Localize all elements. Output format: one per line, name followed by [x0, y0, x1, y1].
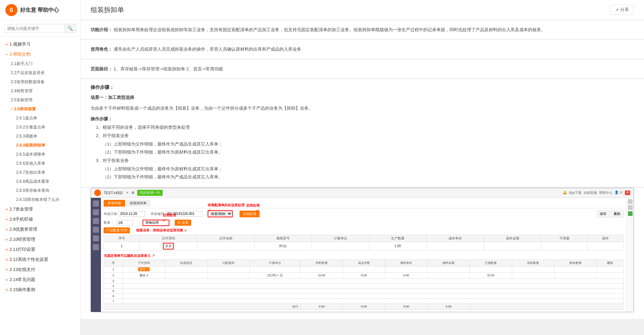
mock-body: 新增单据 组装拆卸单 单据日期 单据编号: [91, 198, 634, 312]
mock-save-btn[interactable]: 保存: [597, 210, 609, 218]
step2-2: （2）下部明细为子件明细，最终作为原材料生成其它出库单。: [103, 148, 634, 157]
role-block: 使用角色： 通常由生产人员或库管人员完成拆装业务的操作，库管人员确认原材料的出库…: [80, 40, 644, 59]
cell-code-inner: 关关: [163, 243, 174, 249]
mock-sub-table: 序 子件货码 组成情况 分配规则 计量单位 用料数量 成品件数 领料单价 领料金: [104, 260, 624, 310]
content-area: 功能介绍： 组装拆卸单用来处理企业组装或拆卸等加工业务，支持有固定装配清单的产品…: [80, 20, 644, 335]
mock-user-icon: 👤 cc: [614, 190, 623, 195]
expand-icon-1: +: [5, 42, 8, 47]
sidebar-item-2-6-3[interactable]: 2.6.3调拨单: [0, 132, 80, 141]
sidebar-item-2-11[interactable]: + 2.11打印设置: [0, 244, 80, 255]
sidebar: 6 好生意 帮助中心 🔍 + 1.视频学习 − 2.帮助文档 2.1新手入门 2…: [0, 0, 80, 335]
mock-date-label: 单据日期: [104, 212, 117, 216]
sidebar-item-1[interactable]: + 1.视频学习: [0, 39, 80, 49]
mock-upper-table: 序号 父件货码 父件名称 规格型号 计量单位 生产数量 成本单价 成本金额 可用: [104, 235, 624, 250]
sidebar-item-2-6-10[interactable]: 2.6.10库存账本错了么办: [0, 195, 80, 204]
mock-sub-th-12: 剩余数量: [554, 260, 597, 266]
mock-logo: [94, 189, 101, 196]
mock-annotation-2-arrow: ↙: [184, 228, 187, 232]
mock-type-select[interactable]: 组装/拆卸: [208, 210, 233, 217]
sub-cell-1-9: [427, 266, 470, 272]
mock-company: TEST-H002: [104, 191, 123, 195]
sidebar-item-2-6-8[interactable]: 2.6.8商品成本重算: [0, 177, 80, 186]
screenshot-block: TEST-H002 ▼ ⚙ 同步新增一天 🔔 App下载 在线客服 帮助中心 👤…: [80, 188, 644, 319]
mock-dropdown-arrow: ▼: [125, 191, 129, 194]
sidebar-item-2-15[interactable]: + 2.15操作案例: [0, 285, 80, 295]
mock-tab-row: 新增单据 组装拆卸单: [104, 200, 624, 208]
mock-close-icon: ✕: [625, 190, 630, 195]
sidebar-item-2-3[interactable]: 2.3使用前数据准备: [0, 77, 80, 87]
intro-block: 功能介绍： 组装拆卸单用来处理企业组装或拆卸等加工业务，支持有固定装配清单的产品…: [80, 20, 644, 39]
sidebar-item-2-10[interactable]: + 2.10经营管理: [0, 234, 80, 244]
cell-name: [197, 242, 254, 250]
sidebar-item-2-6-5[interactable]: 2.6.5成本调整单: [0, 150, 80, 159]
mock-nav-icon-1: [93, 201, 99, 207]
sub-cell-1-1: 1: [104, 266, 123, 272]
expand-icon-2-15: +: [5, 287, 8, 292]
footer-v3: 0.00: [385, 303, 427, 310]
mock-goods-input[interactable]: [143, 220, 169, 226]
r3-rest: [123, 278, 623, 283]
footer-v1: 0.00: [301, 303, 343, 310]
role-text: 使用角色： 通常由生产人员或库管人员完成拆装业务的操作，库管人员确认原材料的出库…: [91, 45, 634, 53]
ops-steps-sub-title: 操作步骤：: [91, 115, 634, 123]
sidebar-item-2-6[interactable]: − 2.6库存核算: [0, 105, 80, 114]
expand-icon-2-9: +: [5, 227, 8, 232]
cell-unit-cost: [426, 242, 484, 250]
sub-cell-2-6: 10.00: [301, 272, 343, 278]
mock-no-input[interactable]: [165, 211, 202, 217]
mock-delete-btn[interactable]: 删除: [611, 210, 624, 218]
role-body: 通常由生产人员或库管人员完成拆装业务的操作，库管人员确认原材料的出库和产成品的入…: [114, 47, 301, 52]
search-button[interactable]: 🔍: [65, 24, 76, 33]
sidebar-item-2[interactable]: − 2.帮助文档: [0, 49, 80, 59]
mock-date-input[interactable]: [118, 211, 145, 217]
sidebar-item-2-13[interactable]: + 2.13在线支付: [0, 265, 80, 275]
mock-handle-button[interactable]: 启用处理: [239, 211, 260, 217]
footer-label: 合计: [104, 303, 301, 310]
mock-icon-bar: 🔔 App下载 在线客服 帮助中心 👤 cc ✕: [563, 190, 630, 195]
sidebar-item-2-6-1[interactable]: 2.6.1盘点单: [0, 114, 80, 123]
sidebar-item-2-5[interactable]: 2.5采购管理: [0, 96, 80, 105]
sidebar-item-2-7[interactable]: + 2.7资金管理: [0, 204, 80, 214]
sidebar-item-2-6-9[interactable]: 2.6.9库存账本查询: [0, 186, 80, 195]
sub-cell-1-8: [385, 266, 427, 272]
step3-2: （2）下部明细为子件明细，最终作为产成品生成其它入库单。: [103, 173, 634, 181]
search-bar: 🔍: [0, 20, 80, 37]
r5-1: 5: [104, 288, 123, 293]
sidebar-item-2-2[interactable]: 2.2产品安装及登录: [0, 68, 80, 77]
sidebar-item-2-6-7[interactable]: 2.6.7其他出库单: [0, 168, 80, 177]
sidebar-item-2-13-label: 2.13在线支付: [9, 267, 35, 273]
mock-sub-table-footer-row: 合计 0.00 0.00 0.00 0.00: [104, 303, 624, 310]
mock-sub-th-8: 领料单价: [385, 260, 427, 266]
app-title: 好生意 帮助中心: [20, 7, 59, 14]
sidebar-item-2-6-4[interactable]: 2.6.4组装拆卸单: [0, 141, 80, 150]
step1: 1、根据不同的业务，选择不同单据的类型来处理: [96, 123, 634, 132]
mock-tab-new[interactable]: 新增单据: [104, 200, 125, 207]
sidebar-item-2-1[interactable]: 2.1新手入门: [0, 59, 80, 68]
sidebar-item-2-8[interactable]: + 2.8手机旺铺: [0, 214, 80, 224]
search-input[interactable]: [4, 24, 65, 33]
sidebar-item-2-12[interactable]: + 2.12系统个性化设置: [0, 255, 80, 265]
mock-th-10: 操作: [588, 235, 624, 242]
sidebar-item-2-9[interactable]: + 2.9优惠券管理: [0, 224, 80, 234]
sidebar-item-2-14[interactable]: + 2.14常见问题: [0, 275, 80, 285]
share-button[interactable]: ↗ 分享: [610, 5, 634, 15]
mock-th-1: 序号: [104, 235, 140, 242]
mock-apply-btn[interactable]: 关 发要: [175, 220, 191, 226]
mock-qty-input[interactable]: [116, 220, 133, 226]
sidebar-item-2-6-2[interactable]: 2.6.2分量盘点单: [0, 123, 80, 132]
sidebar-item-2-12-label: 2.12系统个性化设置: [9, 257, 48, 263]
sub-cell-1-3: [165, 266, 207, 272]
mock-right-icon-3: [628, 211, 633, 216]
table-row: 6: [104, 293, 624, 298]
table-row: 2 微信 2 (元/件) × 元 10.00 0.00 0.00: [104, 272, 624, 278]
r6-rest: [123, 293, 623, 298]
r5-rest: [123, 288, 623, 293]
role-label: 使用角色：: [91, 47, 112, 52]
mock-ui: TEST-H002 ▼ ⚙ 同步新增一天 🔔 App下载 在线客服 帮助中心 👤…: [91, 188, 634, 312]
sidebar-item-2-4[interactable]: 2.4销售管理: [0, 87, 80, 96]
sub-cell-2-2: 微信 2: [123, 272, 165, 278]
mock-tab-other[interactable]: 组装拆卸单: [126, 200, 151, 207]
mock-sub-th-4: 分配规则: [207, 260, 250, 266]
sidebar-item-2-6-6[interactable]: 2.6.6其他入库单: [0, 159, 80, 168]
sub-cell-1-11: [512, 266, 554, 272]
